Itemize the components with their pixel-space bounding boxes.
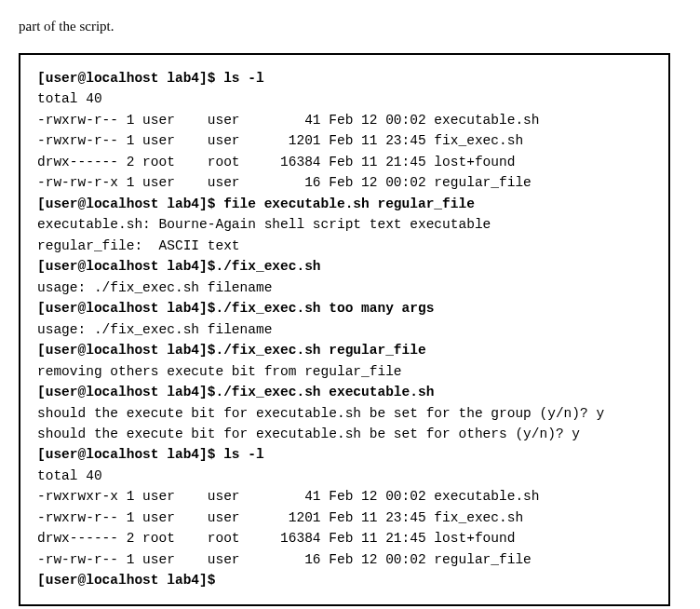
terminal-output-line: drwx------ 2 root root 16384 Feb 11 21:4… [37, 528, 652, 548]
terminal-output-line: executable.sh: Bourne-Again shell script… [37, 214, 652, 235]
terminal-prompt-line: [user@localhost lab4]$ ls -l [37, 68, 652, 88]
header-fragment: part of the script. [19, 19, 681, 34]
terminal-output-line: -rw-rw-r-x 1 user user 16 Feb 12 00:02 r… [37, 172, 652, 193]
terminal-output-line: -rwxrw-r-- 1 user user 1201 Feb 11 23:45… [37, 508, 652, 528]
terminal-output-line: should the execute bit for executable.sh… [37, 424, 652, 444]
terminal-output-line: drwx------ 2 root root 16384 Feb 11 21:4… [37, 152, 652, 172]
terminal-transcript-box: [user@localhost lab4]$ ls -ltotal 40-rwx… [19, 53, 670, 606]
terminal-prompt-line: [user@localhost lab4]$./fix_exec.sh [37, 256, 652, 277]
terminal-output-line: -rw-rw-r-- 1 user user 16 Feb 12 00:02 r… [37, 549, 652, 570]
terminal-prompt-line: [user@localhost lab4]$ file executable.s… [37, 194, 652, 214]
terminal-prompt-line: [user@localhost lab4]$./fix_exec.sh regu… [37, 340, 652, 360]
terminal-output-line: should the execute bit for executable.sh… [37, 403, 652, 424]
terminal-prompt-line: [user@localhost lab4]$./fix_exec.sh too … [37, 298, 652, 318]
terminal-output-line: regular_file: ASCII text [37, 236, 652, 256]
terminal-output-line: usage: ./fix_exec.sh filename [37, 277, 652, 298]
terminal-output-line: removing others execute bit from regular… [37, 361, 652, 382]
terminal-output-line: usage: ./fix_exec.sh filename [37, 319, 652, 340]
terminal-prompt-line: [user@localhost lab4]$ ls -l [37, 444, 652, 465]
terminal-output-line: -rwxrw-r-- 1 user user 1201 Feb 11 23:45… [37, 130, 652, 151]
terminal-prompt-line: [user@localhost lab4]$ [37, 570, 652, 590]
terminal-output-line: total 40 [37, 88, 652, 109]
terminal-prompt-line: [user@localhost lab4]$./fix_exec.sh exec… [37, 382, 652, 402]
terminal-output-line: -rwxrw-r-- 1 user user 41 Feb 12 00:02 e… [37, 110, 652, 130]
terminal-output-line: -rwxrwxr-x 1 user user 41 Feb 12 00:02 e… [37, 486, 652, 507]
terminal-lines: [user@localhost lab4]$ ls -ltotal 40-rwx… [37, 68, 652, 591]
terminal-output-line: total 40 [37, 466, 652, 486]
